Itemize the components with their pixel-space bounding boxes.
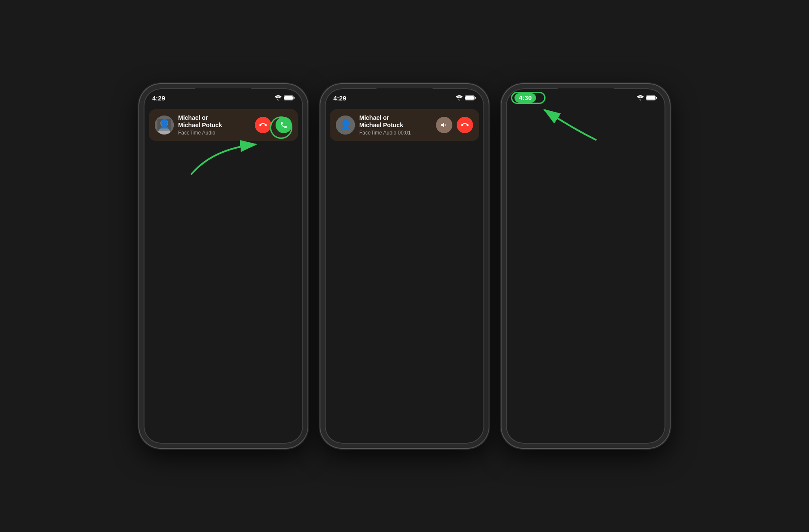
app-slack-2[interactable]: # Slack (370, 247, 400, 280)
app-flo-3[interactable]: flo Flo by Moen (588, 325, 617, 357)
svg-text:文: 文 (240, 297, 248, 305)
svg-point-15 (166, 216, 170, 221)
app-facetime-3[interactable]: FaceTime (624, 247, 653, 280)
app-facetime-2[interactable]: FaceTime (443, 247, 472, 280)
facetime-label-1: FaceTime (266, 275, 287, 280)
photos-icon-1 (155, 206, 181, 232)
suggestion-longscreen-3[interactable]: Open LongScreen Based on time and locati… (511, 109, 660, 165)
svg-point-12 (162, 187, 165, 190)
maps-icon-1: 280 (227, 206, 253, 232)
svg-text:A: A (416, 297, 421, 305)
app-home-3[interactable]: Home (624, 206, 653, 238)
app-clock-1[interactable]: Clock (153, 247, 182, 280)
battery-widget-2: 100% (334, 288, 400, 354)
app-grid-row1-2: Photos Camera Maps (334, 206, 472, 238)
app-1password-1[interactable]: 1 1Password (262, 325, 291, 357)
battery-widget-1: 100% (153, 288, 219, 354)
app-translate-2[interactable]: A文 Translate (407, 288, 436, 321)
status-time-pill-3: 4:30 (514, 93, 536, 103)
svg-text:BY MOEN: BY MOEN (234, 342, 246, 344)
status-time-3: 4:30 (519, 94, 532, 101)
app-tv-3[interactable]: tv TV (588, 247, 617, 280)
svg-text:#: # (382, 253, 389, 266)
app-camera-3[interactable]: Camera (552, 206, 581, 238)
app-settings-1[interactable]: Settings (262, 288, 291, 321)
app-settings-2[interactable]: Settings (443, 288, 472, 321)
dock-messages-1[interactable] (160, 408, 184, 432)
speaker-btn-2[interactable] (436, 117, 452, 133)
longscreen-sub-3: Based on time and location (539, 124, 596, 129)
clock-label-1: Clock (162, 275, 174, 280)
home-icon-2 (445, 206, 470, 232)
svg-rect-121 (527, 122, 531, 129)
slack-label-1: Slack (198, 275, 210, 280)
call-banner-2[interactable]: 👤 Michael orMichael Potuck FaceTime Audi… (330, 109, 479, 141)
app-camera-1[interactable]: Camera (189, 206, 219, 238)
svg-rect-28 (275, 220, 277, 224)
dock-mail-1[interactable] (194, 408, 218, 432)
svg-text:tv: tv (418, 257, 425, 266)
svg-point-48 (275, 300, 279, 304)
dock-1 (151, 404, 296, 437)
decline-btn-1[interactable] (255, 117, 271, 133)
svg-point-34 (167, 259, 168, 260)
app-maps-3[interactable]: Maps (588, 206, 617, 238)
suggestion-sub-2: Photos (357, 190, 417, 195)
home-label-1: Home (270, 233, 282, 238)
app-1password-3[interactable]: 1 1Password (624, 325, 653, 357)
app-flo-2[interactable]: flo Flo by Moen (407, 325, 436, 357)
app-flo-1[interactable]: floBY MOEN Flo by Moen (226, 325, 255, 357)
siri-label-3: Siri Suggestions (506, 197, 665, 203)
app-home-1[interactable]: Home (262, 206, 291, 238)
answer-btn-1[interactable] (276, 117, 292, 133)
svg-text:A: A (235, 297, 240, 305)
svg-text:1: 1 (275, 335, 278, 341)
app-slack-3[interactable]: # Slack (552, 247, 581, 280)
tv-icon-2: tv (408, 247, 434, 273)
app-facetime-1[interactable]: FaceTime (262, 247, 291, 280)
battery-ring-1 (172, 300, 200, 327)
dock-safari-1[interactable] (229, 408, 253, 432)
app-1password-2[interactable]: 1 1Password (443, 325, 472, 357)
app-photos-1[interactable]: Photos (153, 206, 182, 238)
call-info-1: Michael orMichael Potuck FaceTime Audio (178, 114, 255, 136)
dock-phone-1[interactable] (263, 408, 287, 432)
app-maps-2[interactable]: Maps (407, 206, 436, 238)
svg-text:tv: tv (237, 257, 244, 266)
svg-point-124 (524, 149, 527, 153)
app-clock-2[interactable]: Clock (334, 247, 364, 280)
status-time-1: 4:29 (152, 94, 165, 102)
svg-rect-116 (656, 97, 657, 99)
home-icon-1 (263, 206, 289, 232)
call-subtitle-1: FaceTime Audio (178, 130, 255, 136)
decline-btn-2[interactable] (457, 117, 473, 133)
svg-point-76 (347, 216, 351, 221)
app-home-2[interactable]: Home (443, 206, 472, 238)
app-slack-1[interactable]: # Slack (189, 247, 219, 280)
photos-label-2: Photos (342, 233, 356, 238)
dot-1-2 (225, 401, 228, 404)
svg-text:flo: flo (418, 335, 425, 341)
suggestion-text-2: View album "Recents" Photos (357, 182, 417, 195)
app-photos-3[interactable]: Photos (515, 206, 545, 238)
app-settings-3[interactable]: Settings (624, 288, 653, 321)
app-translate-3[interactable]: A文 Translate (588, 288, 617, 321)
svg-rect-67 (475, 97, 476, 99)
app-clock-3[interactable]: Clock (515, 247, 545, 280)
app-maps-1[interactable]: 280 Maps (226, 206, 255, 238)
svg-rect-1 (294, 97, 295, 99)
app-translate-1[interactable]: A文 Translate (226, 288, 255, 321)
call-banner-1[interactable]: 👤 Michael orMichael Potuck FaceTime Audi… (149, 109, 298, 141)
svg-point-81 (384, 217, 387, 220)
app-grid-row1-3: Photos Camera Maps Home (515, 206, 653, 238)
svg-rect-97 (365, 307, 369, 316)
app-tv-1[interactable]: tv TV (226, 247, 255, 280)
app-camera-2[interactable]: Camera (370, 206, 400, 238)
svg-text:👤: 👤 (159, 119, 170, 129)
svg-text:1: 1 (456, 335, 459, 341)
app-tv-2[interactable]: tv TV (407, 247, 436, 280)
svg-point-73 (343, 187, 346, 190)
dot-1-1 (219, 401, 222, 404)
app-photos-2[interactable]: Photos (334, 206, 364, 238)
maps-label-1: Maps (235, 233, 246, 238)
